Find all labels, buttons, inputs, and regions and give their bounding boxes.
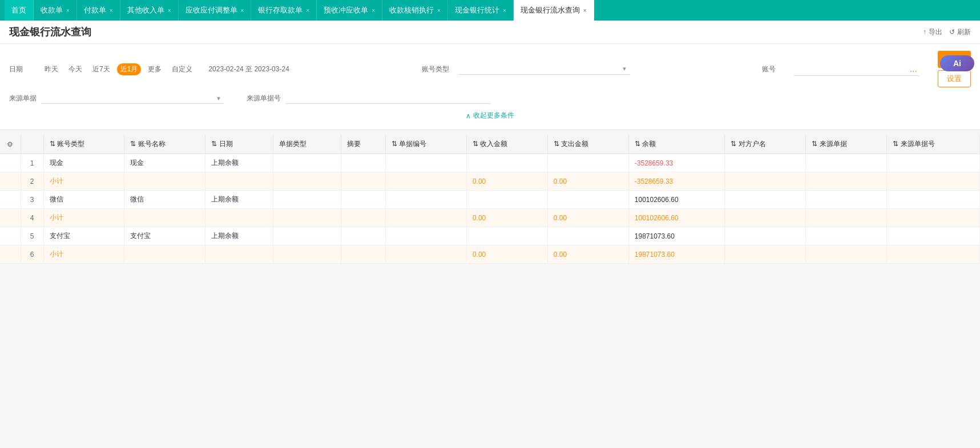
nav-tab-other-income[interactable]: 其他收入单 × (120, 0, 179, 21)
table-row[interactable]: 5 支付宝 支付宝 上期余额 19871073.60 (0, 227, 980, 245)
row-account-type: 现金 (43, 154, 124, 172)
nav-tab-fukuan[interactable]: 付款单 × (77, 0, 120, 21)
row-income (466, 227, 547, 245)
row-account-name: 现金 (124, 154, 205, 172)
account-dots-button[interactable]: ... (910, 64, 917, 74)
th-balance[interactable]: ⇅ 余额 (628, 135, 725, 154)
row-source-doc (806, 191, 887, 209)
gear-icon[interactable]: ⚙ (7, 140, 13, 148)
nav-tab-label: 收款核销执行 (389, 5, 434, 15)
row-date (205, 245, 273, 264)
nav-tab-shoukuan[interactable]: 收款单 × (34, 0, 77, 21)
nav-home[interactable]: 首页 (5, 0, 34, 21)
row-balance: 100102606.60 (628, 191, 725, 209)
top-navigation: 首页 收款单 × 付款单 × 其他收入单 × 应收应付调整单 × 银行存取款单 … (0, 0, 980, 21)
row-settings-cell (0, 191, 21, 209)
row-account-name (124, 245, 205, 264)
nav-tab-bank-flow[interactable]: 现金银行流水查询 × (514, 0, 594, 21)
row-balance: 19871073.60 (628, 245, 725, 264)
row-account-type: 小计 (43, 245, 124, 264)
filter-area: 日期 昨天 今天 近7天 近1月 更多 自定义 2023-02-24 至 202… (0, 44, 980, 130)
date-option-custom[interactable]: 自定义 (168, 63, 196, 75)
th-source-doc-no[interactable]: ⇅ 来源单据号 (887, 135, 980, 154)
refresh-button[interactable]: ↺ 刷新 (949, 27, 971, 37)
row-doc-no (385, 209, 466, 227)
row-account-type: 小计 (43, 209, 124, 227)
close-icon[interactable]: × (168, 7, 171, 14)
row-account-type: 支付宝 (43, 227, 124, 245)
close-icon[interactable]: × (583, 7, 587, 14)
row-doc-no (385, 245, 466, 264)
row-counterparty (725, 172, 806, 191)
date-option-today[interactable]: 今天 (65, 63, 86, 75)
close-icon[interactable]: × (306, 7, 309, 14)
account-input[interactable] (796, 65, 910, 73)
row-counterparty (725, 154, 806, 172)
settings-button[interactable]: 设置 (938, 70, 971, 87)
chevron-down-icon: ▼ (216, 95, 221, 102)
nav-tab-label: 银行存取款单 (258, 5, 303, 15)
account-type-select[interactable]: ▼ (458, 64, 630, 75)
th-date[interactable]: ⇅ 日期 (205, 135, 273, 154)
row-account-name (124, 172, 205, 191)
table-row[interactable]: 4 小计 0.00 0.00 100102606.60 (0, 209, 980, 227)
row-date (205, 172, 273, 191)
th-account-name[interactable]: ⇅ 账号名称 (124, 135, 205, 154)
row-num: 4 (21, 209, 43, 227)
nav-tab-advance[interactable]: 预收冲应收单 × (317, 0, 382, 21)
close-icon[interactable]: × (372, 7, 375, 14)
table-container: ⚙ ⇅ 账号类型 ⇅ 账号名称 ⇅ 日期 单据类型 摘要 ⇅ 单据编号 ⇅ 收入… (0, 135, 980, 264)
collapse-more-button[interactable]: ∧ 收起更多条件 (9, 108, 971, 123)
table-row[interactable]: 3 微信 微信 上期余额 100102606.60 (0, 191, 980, 209)
date-option-more[interactable]: 更多 (144, 63, 165, 75)
th-account-type[interactable]: ⇅ 账号类型 (43, 135, 124, 154)
row-doc-type (273, 227, 341, 245)
th-source-doc[interactable]: ⇅ 来源单据 (806, 135, 887, 154)
row-settings-cell (0, 209, 21, 227)
source-doc-input[interactable] (43, 94, 213, 102)
table-row[interactable]: 1 现金 现金 上期余额 -3528659.33 (0, 154, 980, 172)
export-button[interactable]: ↑ 导出 (923, 27, 942, 37)
close-icon[interactable]: × (503, 7, 506, 14)
close-icon[interactable]: × (110, 7, 113, 14)
date-option-7days[interactable]: 近7天 (89, 63, 114, 75)
th-counterparty[interactable]: ⇅ 对方户名 (725, 135, 806, 154)
nav-tab-collection[interactable]: 收款核销执行 × (382, 0, 448, 21)
close-icon[interactable]: × (66, 7, 70, 14)
row-summary (341, 154, 386, 172)
row-source-doc-no (887, 154, 980, 172)
account-type-input[interactable] (461, 65, 619, 73)
source-doc-no-input[interactable] (288, 94, 489, 102)
account-type-label: 账号类型 (422, 64, 449, 74)
table-header-row: ⚙ ⇅ 账号类型 ⇅ 账号名称 ⇅ 日期 单据类型 摘要 ⇅ 单据编号 ⇅ 收入… (0, 135, 980, 154)
date-option-1month[interactable]: 近1月 (117, 63, 142, 75)
ai-label: Ai (953, 59, 961, 68)
table-row[interactable]: 2 小计 0.00 0.00 -3528659.33 (0, 172, 980, 191)
th-income[interactable]: ⇅ 收入金额 (466, 135, 547, 154)
row-expense (547, 154, 628, 172)
row-counterparty (725, 245, 806, 264)
row-doc-type (273, 209, 341, 227)
row-summary (341, 172, 386, 191)
th-settings[interactable]: ⚙ (0, 135, 21, 154)
row-source-doc (806, 227, 887, 245)
nav-tab-label: 预收冲应收单 (324, 5, 368, 15)
row-summary (341, 245, 386, 264)
nav-tab-bank-deposit[interactable]: 银行存取款单 × (251, 0, 317, 21)
row-settings-cell (0, 154, 21, 172)
ai-badge[interactable]: Ai (940, 55, 974, 71)
refresh-icon: ↺ (949, 28, 955, 36)
source-doc-select[interactable]: ▼ (41, 93, 224, 104)
row-account-name: 微信 (124, 191, 205, 209)
row-summary (341, 209, 386, 227)
th-expense[interactable]: ⇅ 支出金额 (547, 135, 628, 154)
close-icon[interactable]: × (241, 7, 244, 14)
th-doc-no[interactable]: ⇅ 单据编号 (385, 135, 466, 154)
nav-tab-label: 现金银行统计 (455, 5, 499, 15)
table-row[interactable]: 6 小计 0.00 0.00 19871073.60 (0, 245, 980, 264)
row-income (466, 191, 547, 209)
nav-tab-adjustment[interactable]: 应收应付调整单 × (179, 0, 252, 21)
date-option-yesterday[interactable]: 昨天 (41, 63, 62, 75)
nav-tab-bank-stats[interactable]: 现金银行统计 × (448, 0, 514, 21)
close-icon[interactable]: × (437, 7, 441, 14)
